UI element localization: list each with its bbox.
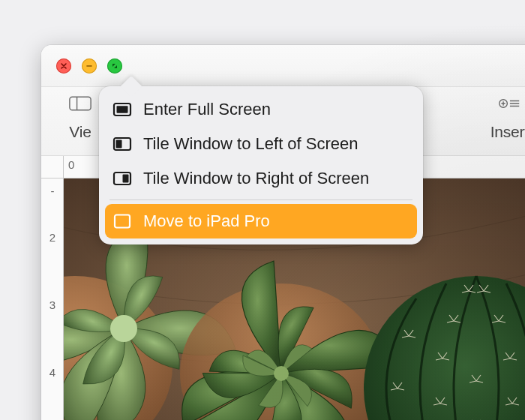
ruler-v-tick: - xyxy=(45,184,60,197)
menu-item-label: Move to iPad Pro xyxy=(143,212,270,231)
insert-icon xyxy=(494,92,524,116)
svg-point-5 xyxy=(110,315,137,342)
svg-point-7 xyxy=(274,366,289,381)
fullscreen-rect-icon xyxy=(112,101,132,118)
menu-item-move-ipad[interactable]: Move to iPad Pro xyxy=(105,204,417,238)
ruler-v-tick: 2 xyxy=(45,231,60,244)
insert-label: Insert xyxy=(490,123,525,141)
toolbar-insert-group[interactable]: Insert xyxy=(474,92,525,141)
menu-item-label: Tile Window to Right of Screen xyxy=(143,169,369,188)
svg-rect-0 xyxy=(70,97,91,110)
menu-item-tile-left[interactable]: Tile Window to Left of Screen xyxy=(105,127,417,161)
menu-item-tile-right[interactable]: Tile Window to Right of Screen xyxy=(105,161,417,196)
fullscreen-menu: Enter Full Screen Tile Window to Left of… xyxy=(99,86,423,244)
titlebar xyxy=(41,45,525,87)
ruler-corner xyxy=(41,156,64,178)
close-button[interactable] xyxy=(56,58,71,74)
svg-rect-10 xyxy=(117,106,128,113)
minimize-button[interactable] xyxy=(82,58,97,74)
ruler-vertical: - 2 3 4 xyxy=(41,178,64,420)
view-sidebar-icon xyxy=(65,92,95,116)
fullscreen-button[interactable] xyxy=(107,58,122,74)
ruler-h-tick: 0 xyxy=(68,158,74,171)
menu-item-label: Enter Full Screen xyxy=(143,100,271,119)
svg-rect-14 xyxy=(123,175,129,183)
svg-rect-15 xyxy=(115,215,130,228)
ipad-icon xyxy=(112,213,132,230)
menu-item-label: Tile Window to Left of Screen xyxy=(143,134,358,154)
traffic-lights xyxy=(56,58,122,74)
view-label: Vie xyxy=(69,123,91,141)
menu-separator xyxy=(110,200,412,200)
tile-right-icon xyxy=(112,170,132,187)
ruler-v-tick: 4 xyxy=(45,366,60,379)
svg-rect-12 xyxy=(116,140,122,148)
tile-left-icon xyxy=(112,136,132,152)
menu-item-fullscreen[interactable]: Enter Full Screen xyxy=(105,92,417,127)
ruler-v-tick: 3 xyxy=(45,298,60,311)
